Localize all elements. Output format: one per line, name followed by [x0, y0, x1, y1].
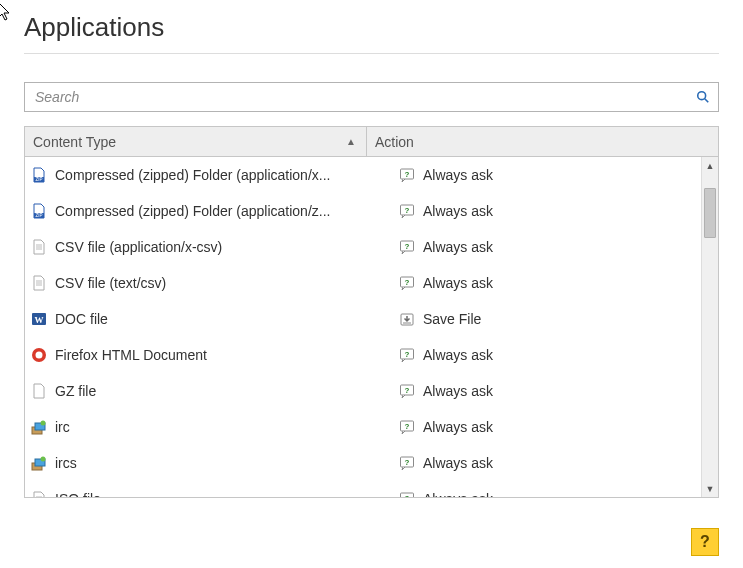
- svg-text:?: ?: [405, 422, 410, 431]
- table-row[interactable]: CSV file (text/csv)?Always ask: [25, 265, 701, 301]
- table-row[interactable]: irc?Always ask: [25, 409, 701, 445]
- blank-icon: [31, 383, 47, 399]
- cell-action[interactable]: ?Always ask: [367, 275, 701, 291]
- always-ask-icon: ?: [399, 275, 415, 291]
- table-row[interactable]: GZ file?Always ask: [25, 373, 701, 409]
- search-field[interactable]: [24, 82, 719, 112]
- scroll-down-icon[interactable]: ▼: [702, 480, 718, 497]
- content-type-label: GZ file: [55, 383, 96, 399]
- cell-action[interactable]: ?Always ask: [367, 383, 701, 399]
- svg-point-32: [41, 421, 46, 426]
- word-icon: W: [31, 311, 47, 327]
- svg-text:W: W: [35, 315, 44, 325]
- always-ask-icon: ?: [399, 491, 415, 497]
- table-row[interactable]: ZIPCompressed (zipped) Folder (applicati…: [25, 193, 701, 229]
- action-label: Always ask: [423, 167, 493, 183]
- doc-icon: [31, 239, 47, 255]
- cell-action[interactable]: ?Always ask: [367, 203, 701, 219]
- svg-text:?: ?: [405, 494, 410, 497]
- table-row[interactable]: ISO file?Always ask: [25, 481, 701, 497]
- action-label: Always ask: [423, 239, 493, 255]
- cell-content-type: CSV file (text/csv): [25, 275, 367, 291]
- table-row[interactable]: ircs?Always ask: [25, 445, 701, 481]
- table-row[interactable]: CSV file (application/x-csv)?Always ask: [25, 229, 701, 265]
- scroll-up-icon[interactable]: ▲: [702, 157, 718, 174]
- svg-point-37: [41, 457, 46, 462]
- cell-content-type: ZIPCompressed (zipped) Folder (applicati…: [25, 203, 367, 219]
- action-label: Save File: [423, 311, 481, 327]
- svg-text:?: ?: [405, 386, 410, 395]
- cell-action[interactable]: ?Always ask: [367, 239, 701, 255]
- always-ask-icon: ?: [399, 455, 415, 471]
- content-type-label: ISO file: [55, 491, 101, 497]
- ff-icon: [31, 347, 47, 363]
- divider: [24, 53, 719, 54]
- doc-icon: [31, 275, 47, 291]
- action-label: Always ask: [423, 455, 493, 471]
- search-input[interactable]: [25, 89, 688, 105]
- table-header: Content Type ▲ Action: [25, 127, 718, 157]
- always-ask-icon: ?: [399, 383, 415, 399]
- svg-text:?: ?: [405, 170, 410, 179]
- svg-point-25: [36, 352, 43, 359]
- content-type-label: irc: [55, 419, 70, 435]
- svg-text:ZIP: ZIP: [35, 177, 42, 182]
- cell-action[interactable]: ?Always ask: [367, 491, 701, 497]
- action-label: Always ask: [423, 383, 493, 399]
- content-type-label: Compressed (zipped) Folder (application/…: [55, 203, 330, 219]
- scroll-track[interactable]: [702, 174, 718, 480]
- column-label: Action: [375, 134, 414, 150]
- table-row[interactable]: Firefox HTML Document?Always ask: [25, 337, 701, 373]
- help-label: ?: [700, 533, 710, 551]
- cell-action[interactable]: ?Always ask: [367, 419, 701, 435]
- action-label: Always ask: [423, 275, 493, 291]
- always-ask-icon: ?: [399, 419, 415, 435]
- content-type-label: ircs: [55, 455, 77, 471]
- cell-content-type: WDOC file: [25, 311, 367, 327]
- always-ask-icon: ?: [399, 167, 415, 183]
- always-ask-icon: ?: [399, 239, 415, 255]
- cell-content-type: ZIPCompressed (zipped) Folder (applicati…: [25, 167, 367, 183]
- save-file-icon: [399, 311, 415, 327]
- cursor-icon: [0, 2, 12, 22]
- content-type-label: DOC file: [55, 311, 108, 327]
- irc-icon: [31, 455, 47, 471]
- svg-text:?: ?: [405, 278, 410, 287]
- vertical-scrollbar[interactable]: ▲ ▼: [701, 157, 718, 497]
- sort-asc-icon: ▲: [346, 136, 356, 147]
- page-title: Applications: [24, 12, 719, 43]
- cell-content-type: GZ file: [25, 383, 367, 399]
- scroll-thumb[interactable]: [704, 188, 716, 238]
- cell-content-type: Firefox HTML Document: [25, 347, 367, 363]
- svg-text:?: ?: [405, 242, 410, 251]
- irc-icon: [31, 419, 47, 435]
- action-label: Always ask: [423, 203, 493, 219]
- action-label: Always ask: [423, 491, 493, 497]
- help-button[interactable]: ?: [691, 528, 719, 556]
- svg-text:?: ?: [405, 458, 410, 467]
- cell-content-type: CSV file (application/x-csv): [25, 239, 367, 255]
- svg-text:?: ?: [405, 206, 410, 215]
- column-header-action[interactable]: Action: [367, 127, 718, 156]
- zip-icon: ZIP: [31, 203, 47, 219]
- cell-action[interactable]: Save File: [367, 311, 701, 327]
- always-ask-icon: ?: [399, 347, 415, 363]
- cell-content-type: ISO file: [25, 491, 367, 497]
- cell-action[interactable]: ?Always ask: [367, 167, 701, 183]
- svg-point-0: [698, 92, 706, 100]
- content-type-label: CSV file (application/x-csv): [55, 239, 222, 255]
- table-body: ZIPCompressed (zipped) Folder (applicati…: [25, 157, 701, 497]
- search-icon[interactable]: [688, 90, 718, 104]
- content-type-label: Compressed (zipped) Folder (application/…: [55, 167, 330, 183]
- column-header-content-type[interactable]: Content Type ▲: [25, 127, 367, 156]
- column-label: Content Type: [33, 134, 116, 150]
- content-type-label: CSV file (text/csv): [55, 275, 166, 291]
- content-type-label: Firefox HTML Document: [55, 347, 207, 363]
- applications-table: Content Type ▲ Action ZIPCompressed (zip…: [24, 126, 719, 498]
- cell-action[interactable]: ?Always ask: [367, 347, 701, 363]
- table-row[interactable]: ZIPCompressed (zipped) Folder (applicati…: [25, 157, 701, 193]
- action-label: Always ask: [423, 419, 493, 435]
- cell-action[interactable]: ?Always ask: [367, 455, 701, 471]
- cell-content-type: ircs: [25, 455, 367, 471]
- table-row[interactable]: WDOC fileSave File: [25, 301, 701, 337]
